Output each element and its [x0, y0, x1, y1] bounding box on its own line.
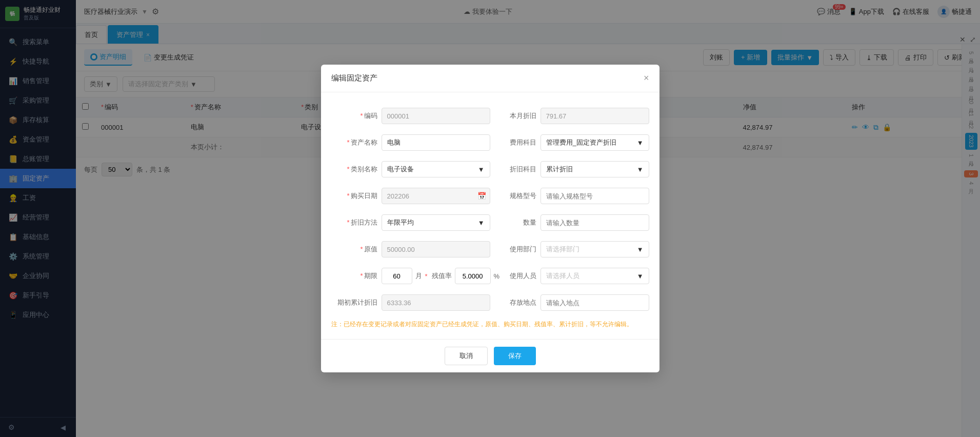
modal-close-icon[interactable]: ×: [644, 73, 649, 84]
purchase-date-label: *购买日期: [331, 191, 377, 201]
form-left: *编码 *资产名称 *类别名称: [331, 103, 490, 316]
location-label: 存放地点: [490, 298, 536, 307]
form-row-name: *资产名称: [331, 129, 490, 156]
user-placeholder: 请选择人员: [546, 271, 579, 281]
modal-title: 编辑固定资产: [331, 73, 377, 83]
original-value-input[interactable]: [382, 241, 490, 257]
modal-overlay: 编辑固定资产 × *编码 *资产名称: [0, 0, 980, 437]
save-btn[interactable]: 保存: [494, 347, 536, 365]
depr-subject-select[interactable]: 累计折旧 ▼: [541, 161, 649, 177]
modal-header: 编辑固定资产 ×: [321, 65, 659, 92]
form-row-depr-method: *折旧方法 年限平均 ▼: [331, 209, 490, 236]
form-row-user: 使用人员 请选择人员 ▼: [490, 263, 649, 289]
type-select-value: 电子设备: [387, 165, 414, 174]
spec-model-input[interactable]: [541, 188, 649, 204]
spec-model-label: 规格型号: [490, 191, 536, 201]
dept-dropdown-icon: ▼: [637, 246, 644, 253]
form-row-dept: 使用部门 请选择部门 ▼: [490, 236, 649, 263]
init-accum-input[interactable]: [382, 294, 490, 311]
form-grid: *编码 *资产名称 *类别名称: [331, 103, 649, 329]
purchase-date-input[interactable]: [382, 188, 490, 204]
depr-method-value: 年限平均: [387, 218, 414, 227]
form-row-init-accum: 期初累计折旧: [331, 289, 490, 316]
form-row-monthly-depr: 本月折旧: [490, 103, 649, 129]
form-row-expense-subject: 费用科目 管理费用_固定资产折旧 ▼: [490, 129, 649, 156]
modal-note: 注：已经存在变更记录或者对应固定资产已经生成凭证，原值、购买日期、残值率、累计折…: [331, 316, 649, 329]
depr-method-dropdown-icon: ▼: [478, 219, 485, 227]
modal-footer: 取消 保存: [321, 339, 659, 372]
purchase-date-wrapper: 📅: [382, 188, 490, 204]
type-dropdown-icon: ▼: [478, 166, 485, 173]
form-row-spec-model: 规格型号: [490, 183, 649, 209]
residual-rate-input[interactable]: [455, 268, 491, 284]
form-row-location: 存放地点: [490, 289, 649, 316]
period-label: *期限: [331, 271, 377, 281]
expense-subject-value: 管理费用_固定资产折旧: [546, 138, 616, 147]
init-accum-label: 期初累计折旧: [331, 298, 377, 307]
form-row-depr-subject: 折旧科目 累计折旧 ▼: [490, 156, 649, 183]
expense-subject-label: 费用科目: [490, 138, 536, 147]
expense-dropdown-icon: ▼: [637, 139, 644, 147]
edit-asset-modal: 编辑固定资产 × *编码 *资产名称: [321, 65, 659, 372]
form-row-quantity: 数量: [490, 209, 649, 236]
expense-subject-select[interactable]: 管理费用_固定资产折旧 ▼: [541, 134, 649, 151]
depr-subject-dropdown-icon: ▼: [637, 166, 644, 173]
depr-subject-label: 折旧科目: [490, 165, 536, 174]
period-group: 月 * 残值率 %: [382, 268, 490, 284]
form-row-code: *编码: [331, 103, 490, 129]
period-input[interactable]: [382, 268, 412, 284]
user-dropdown-icon: ▼: [637, 272, 644, 280]
user-select[interactable]: 请选择人员 ▼: [541, 268, 649, 284]
dept-label: 使用部门: [490, 245, 536, 254]
monthly-depr-label: 本月折旧: [490, 111, 536, 121]
modal-body: *编码 *资产名称 *类别名称: [321, 92, 659, 339]
period-unit: 月: [415, 271, 422, 281]
type-label: *类别名称: [331, 165, 377, 174]
cancel-btn[interactable]: 取消: [445, 347, 488, 365]
user-label: 使用人员: [490, 271, 536, 281]
depr-method-select[interactable]: 年限平均 ▼: [382, 214, 490, 231]
form-row-purchase-date: *购买日期 📅: [331, 183, 490, 209]
form-row-period: *期限 月 * 残值率 %: [331, 263, 490, 289]
form-row-type: *类别名称 电子设备 ▼: [331, 156, 490, 183]
name-label: *资产名称: [331, 138, 377, 147]
quantity-label: 数量: [490, 218, 536, 227]
name-input[interactable]: [382, 134, 490, 151]
location-input[interactable]: [541, 294, 649, 311]
dept-select[interactable]: 请选择部门 ▼: [541, 241, 649, 257]
code-label: *编码: [331, 111, 377, 121]
calendar-icon[interactable]: 📅: [477, 192, 486, 200]
quantity-input[interactable]: [541, 214, 649, 231]
dept-placeholder: 请选择部门: [546, 245, 579, 254]
depr-method-label: *折旧方法: [331, 218, 377, 227]
code-input[interactable]: [382, 108, 490, 124]
type-select[interactable]: 电子设备 ▼: [382, 161, 490, 177]
original-value-label: *原值: [331, 245, 377, 254]
form-row-original-value: *原值: [331, 236, 490, 263]
residual-rate-label: 残值率: [432, 271, 452, 281]
form-right: 本月折旧 费用科目 管理费用_固定资产折旧 ▼: [490, 103, 649, 316]
monthly-depr-input: [541, 108, 649, 124]
depr-subject-value: 累计折旧: [546, 165, 573, 174]
